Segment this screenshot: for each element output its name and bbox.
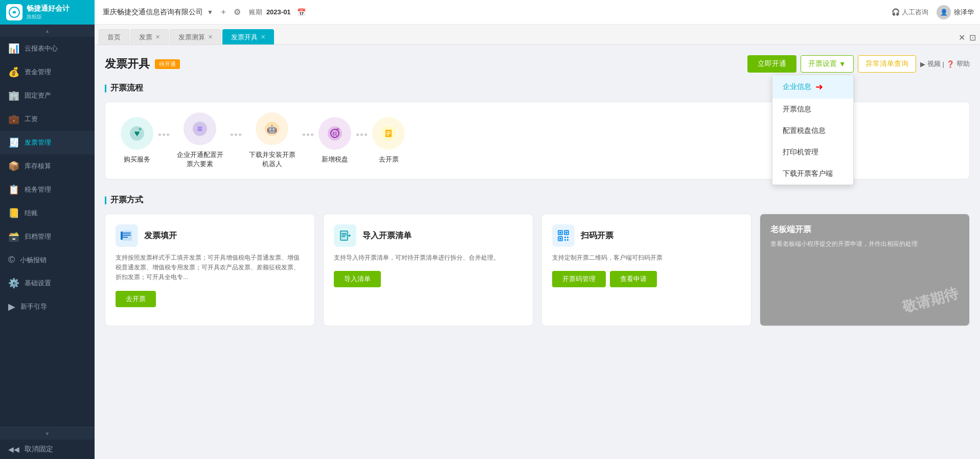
avatar: 👤 bbox=[937, 5, 951, 19]
step-dots-1 bbox=[158, 133, 169, 148]
dropdown-item-company-info[interactable]: 企业信息 ➜ bbox=[772, 75, 853, 99]
page-header: 发票开具 待开通 立即开通 开票设置 ▼ 企业信息 bbox=[105, 55, 970, 73]
settings-dropdown-container: 开票设置 ▼ 企业信息 ➜ 开票信息 bbox=[801, 55, 854, 73]
boss-method-name: 老板端开票 bbox=[770, 224, 959, 235]
company-info-label: 企业信息 bbox=[783, 82, 811, 91]
report-icon: © bbox=[8, 255, 15, 265]
method-card-fill-header: 发票填开 bbox=[116, 224, 304, 247]
tab-invoice-close[interactable]: ✕ bbox=[155, 34, 160, 40]
view-apply-button[interactable]: 查看申请 bbox=[610, 271, 657, 287]
step-1-icon: ♥ + bbox=[121, 117, 153, 150]
step-3-icon: 🤖 bbox=[256, 112, 288, 145]
sidebar-item-label: 新手引导 bbox=[20, 302, 47, 311]
svg-rect-26 bbox=[341, 236, 345, 237]
sidebar-scroll-up[interactable]: ▲ bbox=[0, 25, 95, 37]
cancel-fixed-button[interactable]: ◀◀ 取消固定 bbox=[0, 440, 95, 459]
import-icon bbox=[334, 224, 356, 247]
expand-tab-button[interactable]: ⊡ bbox=[969, 33, 976, 42]
salary-icon: 💼 bbox=[8, 113, 19, 125]
import-list-button[interactable]: 导入清单 bbox=[334, 271, 381, 287]
sidebar-item-label: 资金管理 bbox=[25, 67, 51, 77]
step-dots-3 bbox=[303, 133, 313, 148]
tab-home[interactable]: 首页 bbox=[99, 29, 129, 44]
sidebar-item-account[interactable]: 📒 结账 bbox=[0, 201, 95, 225]
tax-disk-label: 配置税盘信息 bbox=[783, 126, 826, 135]
logo-text: 畅捷通好会计 bbox=[27, 4, 70, 13]
company-dropdown-button[interactable]: ▼ bbox=[207, 9, 213, 16]
support-button[interactable]: 🎧 人工咨询 bbox=[892, 8, 928, 17]
user-area[interactable]: 👤 徐泽华 bbox=[937, 5, 974, 19]
abnormal-list-button[interactable]: 异常清单查询 bbox=[858, 55, 916, 73]
sidebar-item-label: 云报表中心 bbox=[25, 44, 58, 53]
sidebar-item-label: 库存核算 bbox=[25, 162, 51, 171]
add-company-button[interactable]: ＋ bbox=[219, 7, 227, 17]
qr-manage-button[interactable]: 开票码管理 bbox=[552, 271, 606, 287]
sidebar-item-label: 小畅报销 bbox=[20, 256, 47, 265]
separator: | bbox=[943, 60, 944, 68]
watermark-text: 敬请期待 bbox=[900, 284, 961, 317]
scan-method-name: 扫码开票 bbox=[581, 231, 613, 241]
sidebar-item-inventory[interactable]: 📦 库存核算 bbox=[0, 154, 95, 178]
tabs-bar: 首页 发票 ✕ 发票测算 ✕ 发票开具 ✕ ✕ ⊡ bbox=[95, 25, 980, 45]
calendar-icon[interactable]: 📅 bbox=[297, 8, 306, 16]
sidebar-item-label: 归档管理 bbox=[25, 232, 51, 241]
sidebar-item-salary[interactable]: 💼 工资 bbox=[0, 107, 95, 131]
tab-invoice-open-label: 发票开具 bbox=[231, 33, 258, 42]
settings-button[interactable]: 开票设置 ▼ bbox=[801, 55, 854, 73]
method-card-scan-header: 扫码开票 bbox=[552, 224, 741, 247]
sidebar-item-invoice[interactable]: 🧾 发票管理 bbox=[0, 131, 95, 154]
tabs-bar-right: ✕ ⊡ bbox=[959, 33, 976, 44]
sidebar-item-label: 工资 bbox=[25, 114, 38, 124]
method-card-fill: 发票填开 支持按照发票样式手工填开发票；可开具增值税电子普通发票、增值税普通发票… bbox=[105, 214, 315, 326]
sidebar-item-label: 税务管理 bbox=[25, 185, 51, 194]
step-1: ♥ + 购买服务 bbox=[121, 117, 153, 164]
help-icon: ❓ bbox=[946, 60, 954, 68]
sidebar-item-cloud-report[interactable]: 📊 云报表中心 bbox=[0, 37, 95, 60]
sidebar: ▲ 📊 云报表中心 💰 资金管理 🏢 固定资产 💼 工资 🧾 发票管理 📦 库存… bbox=[0, 25, 95, 459]
capital-icon: 💰 bbox=[8, 66, 19, 78]
video-button[interactable]: ▶ 视频 | ❓ 帮助 bbox=[920, 59, 970, 68]
tab-invoice-calc-close[interactable]: ✕ bbox=[208, 34, 213, 40]
top-bar-right: 🎧 人工咨询 👤 徐泽华 bbox=[892, 5, 974, 19]
tab-invoice-label: 发票 bbox=[139, 33, 152, 42]
tab-invoice-open[interactable]: 发票开具 ✕ bbox=[222, 29, 274, 44]
method-card-import-header: 导入开票清单 bbox=[334, 224, 522, 247]
logo-sub: 旗舰版 bbox=[27, 13, 70, 20]
assets-icon: 🏢 bbox=[8, 90, 19, 101]
sidebar-item-archive[interactable]: 🗃️ 归档管理 bbox=[0, 225, 95, 248]
sidebar-item-report[interactable]: © 小畅报销 bbox=[0, 248, 95, 271]
dropdown-item-download-client[interactable]: 下载开票客户端 bbox=[772, 163, 853, 185]
dropdown-item-printer[interactable]: 打印机管理 bbox=[772, 142, 853, 163]
tab-invoice[interactable]: 发票 ✕ bbox=[130, 29, 169, 44]
close-tab-button[interactable]: ✕ bbox=[959, 33, 965, 42]
tab-invoice-open-close[interactable]: ✕ bbox=[261, 34, 265, 40]
sidebar-item-assets[interactable]: 🏢 固定资产 bbox=[0, 84, 95, 107]
video-label: 视频 bbox=[927, 59, 941, 68]
svg-rect-18 bbox=[123, 233, 131, 234]
dropdown-item-invoice-info[interactable]: 开票信息 bbox=[772, 99, 853, 120]
sidebar-item-label: 基础设置 bbox=[25, 279, 51, 288]
period-label: 账期 bbox=[249, 8, 262, 17]
svg-rect-30 bbox=[559, 232, 561, 234]
fill-method-desc: 支持按照发票样式手工填开发票；可开具增值税电子普通发票、增值税普通发票、增值税专… bbox=[116, 253, 304, 283]
svg-rect-25 bbox=[341, 235, 347, 236]
activate-button[interactable]: 立即开通 bbox=[747, 55, 796, 73]
support-label: 人工咨询 bbox=[902, 8, 928, 17]
sidebar-item-capital[interactable]: 💰 资金管理 bbox=[0, 60, 95, 84]
printer-label: 打印机管理 bbox=[783, 148, 818, 157]
fill-invoice-button[interactable]: 去开票 bbox=[116, 291, 156, 307]
settings-icon[interactable]: ⚙ bbox=[234, 7, 241, 17]
svg-rect-32 bbox=[559, 238, 561, 240]
svg-rect-20 bbox=[123, 237, 128, 238]
dropdown-item-tax-disk[interactable]: 配置税盘信息 bbox=[772, 120, 853, 142]
company-name: 重庆畅捷交通信息咨询有限公司 bbox=[103, 8, 203, 17]
sidebar-scroll-down[interactable]: ▼ bbox=[0, 427, 95, 440]
tab-invoice-calc[interactable]: 发票测算 ✕ bbox=[170, 29, 221, 44]
fill-icon bbox=[116, 224, 138, 247]
sidebar-item-tax[interactable]: 📋 税务管理 bbox=[0, 178, 95, 201]
sidebar-item-guide[interactable]: ▶ 新手引导 bbox=[0, 295, 95, 318]
sidebar-item-settings[interactable]: ⚙️ 基础设置 bbox=[0, 271, 95, 295]
svg-text:+: + bbox=[138, 126, 142, 133]
svg-rect-22 bbox=[340, 231, 348, 241]
archive-icon: 🗃️ bbox=[8, 231, 19, 242]
